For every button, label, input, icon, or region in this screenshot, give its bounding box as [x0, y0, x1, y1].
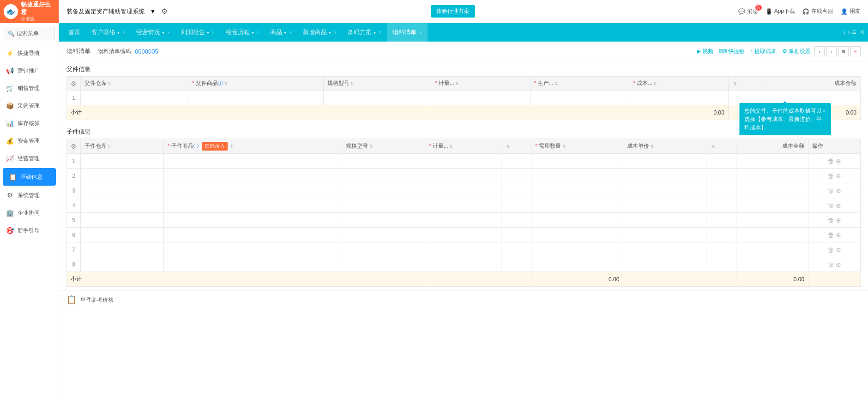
- child-unit-cell[interactable]: [425, 154, 501, 169]
- child-extra1-cell[interactable]: [501, 154, 531, 169]
- child-qty-cell[interactable]: [531, 242, 623, 257]
- tab-history[interactable]: 经营历程 ▾ ×: [220, 23, 265, 42]
- close-tab-icon[interactable]: ×: [419, 30, 422, 35]
- child-unit-cost-cell[interactable]: [623, 183, 706, 198]
- close-tab-icon[interactable]: ×: [289, 30, 292, 35]
- tab-customer[interactable]: 客户联络 ▾ ×: [86, 23, 131, 42]
- child-unit-cell[interactable]: [425, 228, 501, 242]
- child-product-cell[interactable]: [164, 213, 342, 228]
- close-page-button[interactable]: ×: [850, 46, 861, 56]
- delete-icon[interactable]: 🗑: [827, 202, 834, 209]
- sidebar-item-sales[interactable]: 🛒 销售管理: [0, 79, 59, 97]
- child-warehouse-cell[interactable]: [81, 257, 164, 272]
- child-product-cell[interactable]: [164, 228, 342, 242]
- delete-icon[interactable]: 🗑: [827, 217, 834, 224]
- child-unit-cost-cell[interactable]: [623, 228, 706, 242]
- tab-barcode[interactable]: 条码方案 ▾ ×: [342, 23, 387, 42]
- child-qty-cell[interactable]: [531, 198, 623, 213]
- child-extra1-cell[interactable]: [501, 183, 531, 198]
- tab-bom[interactable]: 物料清单 ×: [387, 23, 428, 42]
- child-unit-cost-cell[interactable]: [623, 213, 706, 228]
- sort-icon[interactable]: ⇅: [733, 81, 737, 86]
- child-qty-cell[interactable]: [531, 257, 623, 272]
- child-extra1-cell[interactable]: [501, 213, 531, 228]
- sort-icon[interactable]: ⇅: [230, 144, 234, 149]
- child-extra2-cell[interactable]: [706, 183, 736, 198]
- child-extra1-cell[interactable]: [501, 228, 531, 242]
- child-extra1-cell[interactable]: [501, 242, 531, 257]
- single-settings-button[interactable]: ⚙ 单据设置: [782, 48, 811, 55]
- info-icon[interactable]: ⓘ: [218, 80, 223, 86]
- child-extra2-cell[interactable]: [706, 169, 736, 183]
- child-product-cell[interactable]: [164, 169, 342, 183]
- child-product-cell[interactable]: [164, 257, 342, 272]
- nav-left-icon[interactable]: ‹: [844, 28, 846, 36]
- copy-icon[interactable]: ⊕: [836, 157, 841, 165]
- child-unit-cost-cell[interactable]: [623, 154, 706, 169]
- tab-profit[interactable]: 利润报告 ▾ ×: [175, 23, 220, 42]
- sidebar-item-system[interactable]: ⚙ 系统管理: [0, 187, 59, 204]
- info-icon[interactable]: ⓘ: [193, 143, 199, 149]
- sort-icon[interactable]: ⇅: [650, 144, 654, 149]
- child-spec-cell[interactable]: [342, 183, 425, 198]
- copy-icon[interactable]: ⊕: [836, 217, 841, 224]
- tab-new-product[interactable]: 新增商品 ▾ ×: [297, 23, 342, 42]
- sort-icon[interactable]: ⇅: [555, 81, 558, 86]
- messages-button[interactable]: 💬 消息 5: [738, 7, 758, 15]
- parent-product-cell[interactable]: [188, 91, 323, 105]
- sort-icon[interactable]: ⇅: [506, 144, 510, 149]
- sort-icon[interactable]: ⇅: [108, 144, 111, 149]
- spec-cell[interactable]: [323, 91, 431, 105]
- child-spec-cell[interactable]: [342, 242, 425, 257]
- delete-icon[interactable]: 🗑: [827, 261, 834, 268]
- sidebar-item-quick-nav[interactable]: ⚡ 快捷导航: [0, 44, 59, 62]
- sidebar-item-finance[interactable]: 💰 资金管理: [0, 132, 59, 150]
- child-extra1-cell[interactable]: [501, 169, 531, 183]
- sidebar-item-marketing[interactable]: 📢 营销推广: [0, 62, 59, 79]
- child-warehouse-cell[interactable]: [81, 228, 164, 242]
- sort-icon[interactable]: ⇅: [711, 144, 715, 149]
- copy-icon[interactable]: ⊕: [836, 187, 841, 194]
- child-unit-cell[interactable]: [425, 257, 501, 272]
- child-spec-cell[interactable]: [342, 198, 425, 213]
- user-avatar[interactable]: 👤 用友: [841, 7, 861, 15]
- child-unit-cell[interactable]: [425, 198, 501, 213]
- child-warehouse-cell[interactable]: [81, 198, 164, 213]
- child-qty-cell[interactable]: [531, 183, 623, 198]
- child-warehouse-cell[interactable]: [81, 154, 164, 169]
- online-service-button[interactable]: 🎧 在线客服: [802, 7, 833, 15]
- child-product-cell[interactable]: [164, 183, 342, 198]
- cost-cell[interactable]: [629, 91, 729, 105]
- delete-icon[interactable]: 🗑: [827, 172, 834, 180]
- sort-icon[interactable]: ⇅: [108, 81, 111, 86]
- sidebar-item-enterprise[interactable]: 🏢 企业协同: [0, 204, 59, 222]
- sort-icon[interactable]: ⇅: [350, 81, 354, 86]
- copy-icon[interactable]: ⊕: [836, 202, 841, 209]
- child-extra2-cell[interactable]: [706, 198, 736, 213]
- child-extra2-cell[interactable]: [706, 242, 736, 257]
- next-page-button[interactable]: ›: [826, 46, 837, 56]
- th-gear-parent[interactable]: ⚙: [67, 77, 81, 91]
- th-gear-child[interactable]: ⚙: [67, 139, 81, 154]
- child-extra1-cell[interactable]: [501, 257, 531, 272]
- parent-warehouse-cell[interactable]: [81, 91, 188, 105]
- extract-cost-button[interactable]: ↑ 提取成本: [750, 48, 777, 55]
- child-extra1-cell[interactable]: [501, 198, 531, 213]
- prev-page-button[interactable]: ‹: [814, 46, 825, 56]
- copy-icon[interactable]: ⊕: [836, 261, 841, 268]
- shortcut-button[interactable]: ⌨ 快捷键: [719, 48, 745, 55]
- child-spec-cell[interactable]: [342, 228, 425, 242]
- tab-products[interactable]: 商品 ▾ ×: [265, 23, 297, 42]
- tooltip-close-button[interactable]: ×: [822, 107, 826, 115]
- delete-icon[interactable]: 🗑: [827, 187, 834, 194]
- trial-button[interactable]: 体验行业方案: [431, 5, 475, 18]
- child-unit-cost-cell[interactable]: [623, 169, 706, 183]
- sidebar-item-inventory[interactable]: 📊 库存核算: [0, 115, 59, 132]
- close-tab-icon[interactable]: ×: [212, 30, 215, 35]
- child-unit-cell[interactable]: [425, 242, 501, 257]
- settings-gear-icon[interactable]: ⚙: [161, 7, 168, 16]
- delete-icon[interactable]: 🗑: [827, 246, 834, 254]
- child-extra2-cell[interactable]: [706, 213, 736, 228]
- child-product-cell[interactable]: [164, 242, 342, 257]
- close-tab-icon[interactable]: ×: [122, 30, 125, 35]
